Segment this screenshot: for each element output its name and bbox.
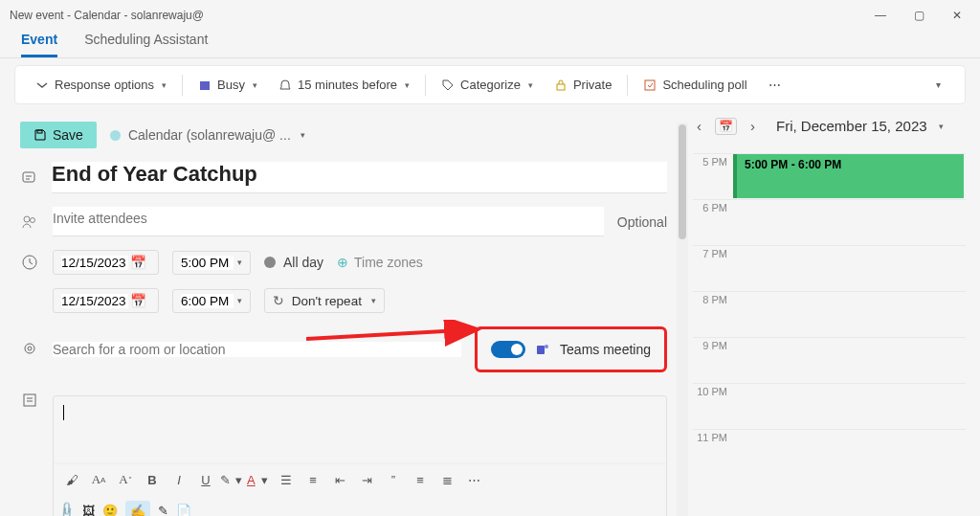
people-icon (20, 213, 39, 231)
attach-button[interactable]: 📎 (56, 501, 78, 516)
insert-toolbar: 📎 🖼 🙂 ✍ ✎ 📄 (54, 495, 666, 516)
image-button[interactable]: 🖼 (82, 504, 95, 516)
teams-meeting-label: Teams meeting (560, 342, 651, 357)
bell-icon (278, 79, 292, 92)
format-painter-button[interactable]: 🖌 (59, 468, 84, 491)
close-button[interactable]: ✕ (944, 9, 970, 22)
more-options-button[interactable]: ⋯ (763, 74, 787, 96)
calendar-color-dot (110, 130, 121, 141)
bullet-list-button[interactable]: ☰ (274, 468, 299, 491)
hour-label: 8 PM (693, 292, 733, 337)
start-date-field[interactable]: 📅 (53, 250, 159, 275)
minimize-button[interactable]: — (867, 9, 894, 22)
svg-rect-0 (200, 81, 210, 90)
font-size-up-button[interactable]: AA (86, 468, 111, 491)
busy-button[interactable]: Busy▾ (192, 74, 263, 96)
align-button[interactable]: ≣ (434, 468, 459, 491)
svg-rect-12 (24, 394, 35, 406)
svg-rect-1 (557, 84, 565, 90)
svg-point-9 (28, 347, 32, 350)
title-icon (20, 169, 38, 187)
calendar-selector[interactable]: Calendar (solanrewaju@ ... ▾ (110, 127, 305, 143)
tag-icon (441, 79, 455, 92)
teams-meeting-toggle[interactable] (491, 341, 525, 358)
maximize-button[interactable]: ▢ (905, 9, 932, 22)
busy-icon (198, 79, 212, 92)
outdent-button[interactable]: ⇤ (327, 468, 352, 491)
underline-button[interactable]: U (193, 468, 218, 491)
tab-event[interactable]: Event (21, 32, 57, 57)
response-options-button[interactable]: Response options▾ (30, 74, 172, 96)
description-icon (20, 392, 39, 409)
location-input[interactable] (53, 342, 461, 357)
repeat-field[interactable]: ↻ Don't repeat ▾ (264, 288, 385, 313)
font-color-button[interactable]: A▾ (247, 468, 272, 491)
hour-label: 10 PM (693, 384, 733, 429)
toolbar: Response options▾ Busy▾ 15 minutes befor… (14, 65, 966, 104)
poll-icon (643, 79, 657, 92)
tab-scheduling-assistant[interactable]: Scheduling Assistant (84, 32, 208, 57)
format-toolbar: 🖌 AA A˅ B I U ✎▾ A▾ ☰ ≡ ⇤ ⇥ ” ≡ ≣ ⋯ (54, 463, 666, 495)
event-block[interactable]: 5:00 PM - 6:00 PM (733, 154, 964, 198)
tab-bar: Event Scheduling Assistant (0, 30, 980, 58)
attendees-input[interactable] (53, 207, 604, 236)
end-date-field[interactable]: 📅 (53, 288, 159, 313)
more-format-button[interactable]: ⋯ (461, 468, 486, 491)
scrollbar[interactable] (677, 123, 688, 516)
lock-icon (554, 79, 568, 92)
clock-icon (20, 254, 39, 271)
svg-point-8 (25, 344, 34, 353)
svg-point-5 (24, 216, 30, 222)
align-left-button[interactable]: ≡ (408, 468, 433, 491)
prev-day-button[interactable]: ‹ (693, 116, 705, 136)
response-icon (35, 79, 49, 92)
categorize-button[interactable]: Categorize▾ (435, 74, 539, 96)
hour-label: 5 PM (693, 154, 733, 199)
svg-rect-10 (537, 346, 545, 354)
number-list-button[interactable]: ≡ (301, 468, 325, 491)
next-day-button[interactable]: › (746, 116, 759, 136)
private-button[interactable]: Private (548, 74, 617, 96)
hour-label: 6 PM (693, 200, 733, 245)
svg-point-11 (545, 345, 548, 348)
hour-label: 11 PM (693, 430, 733, 475)
reminder-button[interactable]: 15 minutes before▾ (273, 74, 415, 96)
svg-rect-2 (645, 80, 655, 90)
bold-button[interactable]: B (140, 468, 165, 491)
hour-label: 9 PM (693, 338, 733, 383)
font-size-down-button[interactable]: A˅ (113, 468, 138, 491)
save-icon (33, 128, 47, 142)
event-title-input[interactable] (52, 162, 667, 193)
all-day-toggle[interactable]: All day (264, 255, 323, 270)
hour-label: 7 PM (693, 246, 733, 291)
description-body[interactable] (54, 396, 666, 463)
svg-rect-4 (23, 172, 34, 182)
svg-point-6 (31, 217, 35, 222)
quote-button[interactable]: ” (381, 468, 406, 491)
template-button[interactable]: 📄 (176, 504, 191, 516)
save-button[interactable]: Save (20, 122, 97, 148)
emoji-button[interactable]: 🙂 (102, 504, 118, 516)
end-time-field[interactable]: ▾ (172, 289, 251, 313)
timezones-button[interactable]: ⊕Time zones (337, 255, 423, 270)
hour-grid: 5 PM5:00 PM - 6:00 PM 6 PM 7 PM 8 PM 9 P… (693, 153, 966, 475)
teams-meeting-highlight: Teams meeting (475, 326, 667, 372)
window-controls: — ▢ ✕ (867, 9, 970, 22)
indent-button[interactable]: ⇥ (354, 468, 379, 491)
scheduling-poll-button[interactable]: Scheduling poll (637, 74, 752, 96)
today-button[interactable]: 📅 (715, 118, 737, 135)
highlight-button[interactable]: ✎▾ (220, 468, 245, 491)
italic-button[interactable]: I (167, 468, 191, 491)
date-navigator: ‹ 📅 › Fri, December 15, 2023 ▾ (693, 116, 966, 136)
window-title: New event - Calendar - solanrewaju@ (10, 9, 867, 22)
date-header[interactable]: Fri, December 15, 2023 (776, 118, 927, 134)
draw-button[interactable]: ✍ (125, 501, 150, 516)
signature-button[interactable]: ✎ (158, 504, 168, 516)
location-icon (20, 341, 39, 358)
teams-icon (535, 342, 550, 357)
expand-ribbon-button[interactable]: ▾ (926, 79, 950, 90)
description-editor[interactable]: 🖌 AA A˅ B I U ✎▾ A▾ ☰ ≡ ⇤ ⇥ ” ≡ ≣ ⋯ 📎 🖼 (53, 395, 667, 516)
optional-button[interactable]: Optional (617, 214, 667, 230)
start-time-field[interactable]: ▾ (172, 251, 251, 275)
titlebar: New event - Calendar - solanrewaju@ — ▢ … (0, 0, 980, 30)
